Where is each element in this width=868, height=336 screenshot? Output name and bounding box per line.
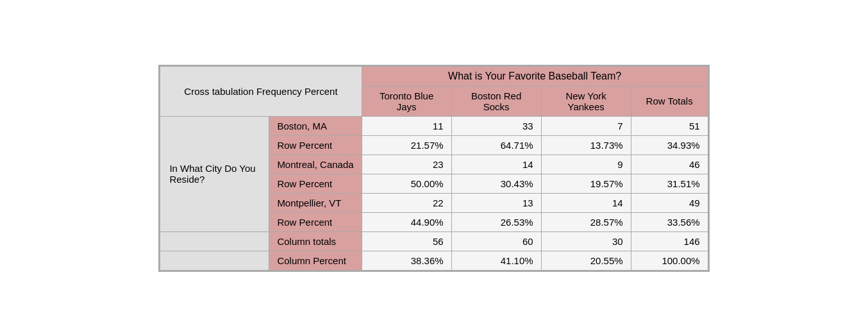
total-cp2: 41.10%	[451, 251, 541, 270]
col-header-2: Boston Red Socks	[451, 86, 541, 116]
total-t1: 56	[362, 231, 451, 251]
montreal-v2: 14	[451, 155, 541, 174]
montreal-row-percent-label: Row Percent	[269, 174, 362, 193]
montreal-v4: 46	[631, 155, 708, 174]
col-header-1: Toronto Blue Jays	[362, 86, 451, 116]
total-cp4: 100.00%	[631, 251, 708, 270]
montpellier-p3: 28.57%	[541, 212, 631, 231]
boston-v3: 7	[541, 116, 631, 135]
montpellier-p1: 44.90%	[362, 212, 451, 231]
total-t4: 146	[631, 231, 708, 251]
boston-row-percent-label: Row Percent	[269, 135, 362, 155]
total-cp3: 20.55%	[541, 251, 631, 270]
montpellier-p4: 33.56%	[631, 212, 708, 231]
montpellier-v2: 13	[451, 193, 541, 212]
boston-p2: 64.71%	[451, 135, 541, 155]
city-montreal: Montreal, Canada	[269, 155, 362, 174]
total-t3: 30	[541, 231, 631, 251]
empty-spacer-2	[160, 251, 269, 270]
city-boston: Boston, MA	[269, 116, 362, 135]
boston-p1: 21.57%	[362, 135, 451, 155]
montreal-v1: 23	[362, 155, 451, 174]
total-t2: 60	[451, 231, 541, 251]
montreal-p4: 31.51%	[631, 174, 708, 193]
empty-spacer	[160, 231, 269, 251]
montreal-p1: 50.00%	[362, 174, 451, 193]
row-question-label: In What City Do You Reside?	[160, 116, 269, 231]
montpellier-row-percent-label: Row Percent	[269, 212, 362, 231]
boston-p4: 34.93%	[631, 135, 708, 155]
boston-v2: 33	[451, 116, 541, 135]
cross-tab-table: Cross tabulation Frequency Percent What …	[158, 65, 709, 272]
montreal-v3: 9	[541, 155, 631, 174]
montreal-p3: 19.57%	[541, 174, 631, 193]
boston-v4: 51	[631, 116, 708, 135]
montpellier-v1: 22	[362, 193, 451, 212]
boston-v1: 11	[362, 116, 451, 135]
corner-label: Cross tabulation Frequency Percent	[160, 66, 362, 116]
table-title: What is Your Favorite Baseball Team?	[362, 66, 708, 86]
montpellier-v3: 14	[541, 193, 631, 212]
col-totals-label: Column totals	[269, 231, 362, 251]
montreal-p2: 30.43%	[451, 174, 541, 193]
montpellier-p2: 26.53%	[451, 212, 541, 231]
col-header-4: Row Totals	[631, 86, 708, 116]
montpellier-v4: 49	[631, 193, 708, 212]
city-montpellier: Montpellier, VT	[269, 193, 362, 212]
total-cp1: 38.36%	[362, 251, 451, 270]
col-header-3: New York Yankees	[541, 86, 631, 116]
col-percent-label: Column Percent	[269, 251, 362, 270]
boston-p3: 13.73%	[541, 135, 631, 155]
